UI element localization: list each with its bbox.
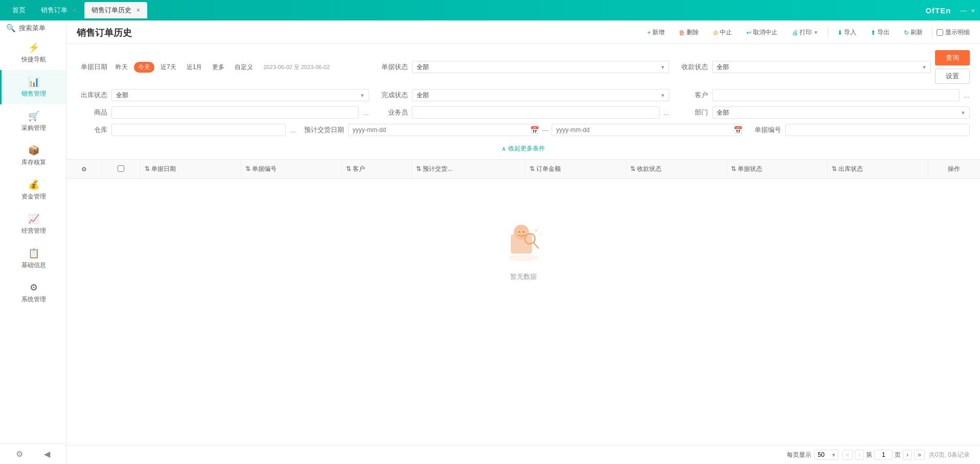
svg-line-4: [534, 243, 538, 248]
th-pay-status: ⇅ 收款状态: [626, 160, 726, 179]
stop-button[interactable]: ⊘ 中止: [708, 26, 737, 39]
search-menu-icon: 🔍: [6, 24, 16, 33]
bill-no-input[interactable]: [785, 124, 970, 136]
delete-icon: 🗑: [679, 29, 685, 36]
sidebar-item-sales-mgmt[interactable]: 📊 销售管理: [0, 70, 66, 104]
sidebar-collapse-icon[interactable]: ◀: [44, 449, 50, 459]
filter-row-1: 单据日期 昨天 今天 近7天 近1月 更多 自定义 2023-06-02 至 2…: [77, 50, 970, 84]
end-cal-icon[interactable]: 📅: [734, 126, 742, 134]
tab-home[interactable]: 首页: [5, 2, 33, 18]
sidebar-item-purchase-mgmt[interactable]: 🛒 采购管理: [0, 104, 66, 139]
complete-status-select[interactable]: 全部 未完成 已完成: [412, 89, 670, 101]
th-bill-date-sort[interactable]: ⇅ 单据日期: [145, 165, 237, 173]
th-pay-status-sort[interactable]: ⇅ 收款状态: [630, 165, 722, 173]
start-cal-icon[interactable]: 📅: [530, 126, 539, 134]
data-table: ⚙ ⇅ 单据日期 ⇅ 单据编号: [66, 160, 980, 322]
th-out-status-label: ⇅ 出库状态: [832, 165, 863, 173]
stop-icon: ⊘: [713, 29, 718, 36]
customer-dots[interactable]: ...: [964, 91, 970, 99]
export-button[interactable]: ⬆ 导出: [865, 26, 895, 39]
filter-pay-status: 收款状态 全部 未收款 部分收款 已收款 ▼ 查询 设置: [677, 50, 970, 84]
pay-status-select[interactable]: 全部 未收款 部分收款 已收款: [712, 61, 931, 73]
out-status-select[interactable]: 全部 未出库 部分出库 已出库: [111, 89, 369, 101]
th-bill-no-sort[interactable]: ⇅ 单据编号: [245, 165, 337, 173]
search-menu[interactable]: 🔍 搜索菜单: [0, 20, 66, 36]
display-toggle[interactable]: 显示明细: [937, 28, 970, 37]
salesman-input[interactable]: [412, 106, 659, 119]
delete-button[interactable]: 🗑 删除: [674, 26, 704, 39]
first-page-button[interactable]: «: [842, 450, 853, 460]
collapse-btn[interactable]: ∧ 收起更多条件: [77, 141, 970, 153]
sidebar-item-base-info[interactable]: 📋 基础信息: [0, 241, 66, 276]
date-tag-today[interactable]: 今天: [134, 62, 154, 73]
base-info-icon: 📋: [28, 248, 39, 259]
import-button[interactable]: ⬇ 导入: [832, 26, 861, 39]
window-minimize-btn[interactable]: —: [960, 7, 967, 14]
svg-point-0: [508, 255, 538, 261]
inventory-icon: 📦: [28, 145, 39, 156]
page-size-select[interactable]: 10 20 50 100: [814, 450, 838, 460]
goods-dots[interactable]: ...: [363, 108, 369, 117]
th-out-status-sort[interactable]: ⇅ 出库状态: [832, 165, 924, 173]
th-bill-date-label: ⇅ 单据日期: [145, 165, 176, 173]
sidebar-settings-icon[interactable]: ⚙: [16, 449, 23, 459]
sidebar-item-sys-mgmt[interactable]: ⚙ 系统管理: [0, 276, 66, 310]
customer-input[interactable]: [712, 89, 960, 101]
goods-label: 商品: [77, 108, 107, 117]
print-button[interactable]: 🖨 打印 ▼: [787, 26, 824, 39]
filter-action-btns: 查询 设置: [935, 50, 970, 84]
gear-icon[interactable]: ⚙: [81, 166, 87, 173]
th-expected-date-sort[interactable]: ⇅ 预计交货...: [416, 165, 521, 173]
pagination: « ‹ 第 页 › »: [842, 450, 925, 460]
delete-label: 删除: [687, 28, 699, 37]
goods-input[interactable]: [111, 106, 359, 119]
toolbar: + 新增 🗑 删除 ⊘ 中止 ↩ 取消中止 🖨 打印: [642, 26, 970, 39]
last-page-button[interactable]: »: [914, 450, 925, 460]
date-tag-more[interactable]: 更多: [208, 62, 229, 73]
filter-warehouse: 仓库 ...: [77, 124, 296, 136]
refresh-button[interactable]: ↻ 刷新: [899, 26, 928, 39]
window-close-btn[interactable]: ×: [971, 7, 975, 14]
expected-date-start-input[interactable]: [348, 124, 538, 136]
warehouse-dots[interactable]: ...: [290, 126, 296, 134]
bill-status-select[interactable]: 全部 待审核 已审核 已作废: [412, 61, 670, 73]
svg-point-7: [535, 229, 537, 232]
tab-sales-order-history[interactable]: 销售订单历史 ×: [84, 2, 147, 18]
tab-sales-order-history-close[interactable]: ×: [136, 7, 140, 14]
warehouse-input[interactable]: [111, 124, 286, 136]
sidebar-item-finance[interactable]: 💰 资金管理: [0, 173, 66, 207]
tab-sales-order-history-label: 销售订单历史: [92, 6, 131, 15]
display-toggle-label: 显示明细: [945, 28, 970, 37]
sidebar-item-operations[interactable]: 📈 经营管理: [0, 207, 66, 241]
prev-page-button[interactable]: ‹: [855, 450, 864, 460]
th-bill-status-sort[interactable]: ⇅ 单据状态: [731, 165, 823, 173]
display-toggle-checkbox[interactable]: [937, 29, 943, 36]
tab-sales-order[interactable]: 销售订单 ×: [34, 2, 83, 18]
select-all-checkbox[interactable]: [118, 165, 124, 172]
page-header: 销售订单历史 + 新增 🗑 删除 ⊘ 中止 ↩ 取消中止: [66, 20, 980, 44]
date-tag-custom[interactable]: 自定义: [231, 62, 257, 73]
top-bar-right: OfTEn — ×: [925, 6, 975, 15]
top-bar: 首页 销售订单 × 销售订单历史 × OfTEn — ×: [0, 0, 980, 20]
th-order-amount-sort[interactable]: ⇅ 订单金额: [530, 165, 622, 173]
bill-no-label: 单据编号: [750, 125, 781, 135]
date-tag-yesterday[interactable]: 昨天: [111, 62, 132, 73]
new-button[interactable]: + 新增: [642, 26, 670, 39]
cancel-stop-button[interactable]: ↩ 取消中止: [741, 26, 783, 39]
date-tag-7days[interactable]: 近7天: [156, 62, 180, 73]
th-customer-sort[interactable]: ⇅ 客户: [346, 165, 407, 173]
department-select[interactable]: 全部: [712, 106, 970, 119]
sidebar-item-inventory[interactable]: 📦 库存核算: [0, 139, 66, 173]
query-button[interactable]: 查询: [935, 50, 970, 65]
table-container: ⚙ ⇅ 单据日期 ⇅ 单据编号: [66, 160, 980, 445]
filter-customer: 客户 ...: [677, 89, 970, 101]
salesman-dots[interactable]: ...: [664, 108, 670, 117]
sidebar-item-quick-nav[interactable]: ⚡ 快捷导航: [0, 36, 66, 70]
date-tag-1month[interactable]: 近1月: [183, 62, 207, 73]
next-page-button[interactable]: ›: [903, 450, 912, 460]
setting-button[interactable]: 设置: [935, 69, 970, 84]
expected-date-end-input[interactable]: [552, 124, 742, 136]
svg-point-2: [513, 225, 529, 240]
page-number-input[interactable]: [874, 450, 893, 460]
tab-sales-order-close[interactable]: ×: [73, 7, 76, 14]
